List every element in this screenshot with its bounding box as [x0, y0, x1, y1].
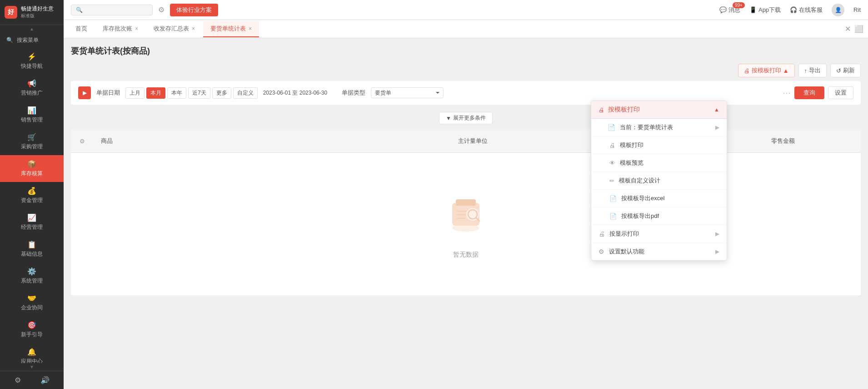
filter-more-dots[interactable]: ⋯ [783, 88, 791, 98]
sidebar-item-marketing[interactable]: 📢 营销推广 [0, 75, 64, 101]
print-dropdown-collapse-icon[interactable]: ▲ [714, 106, 719, 113]
sidebar-item-system[interactable]: ⚙️ 系统管理 [0, 263, 64, 289]
topbar-right: 💬 消息 99+ 📱 App下载 🎧 在线客服 👤 Rit [719, 4, 861, 16]
print-dropdown-header[interactable]: 🖨 按模板打印 ▲ [591, 101, 727, 119]
refresh-button[interactable]: ↺ 刷新 [830, 64, 861, 77]
online-service-label: 在线客服 [799, 6, 823, 14]
print-dropdown-template-print[interactable]: 🖨 模板打印 [591, 136, 727, 154]
template-print-button[interactable]: 🖨 按模板打印 ▲ [738, 64, 795, 77]
filter-toggle-button[interactable]: ▶ [78, 86, 91, 99]
date-btn-this-month[interactable]: 本月 [146, 87, 165, 99]
sidebar-item-finance[interactable]: 💰 资金管理 [0, 182, 64, 209]
type-filter-label: 单据类型 [342, 89, 365, 97]
current-template-label: 当前：要货单统计表 [620, 123, 673, 131]
print-dropdown-current-item[interactable]: 📄 当前：要货单统计表 ▶ [591, 119, 727, 136]
data-table: ⚙ 商品 主计量单位 主数量 零售金额 [71, 130, 861, 295]
print-dropdown-export-pdf[interactable]: 📄 按模板导出pdf [591, 207, 727, 225]
sidebar-item-guide[interactable]: 🎯 新手引导 [0, 316, 64, 343]
tab-inventory-batch[interactable]: 库存批次账 × [95, 21, 145, 37]
sidebar-item-label: 企业协同 [21, 304, 43, 312]
sidebar-item-quick-nav[interactable]: ⚡ 快捷导航 [0, 48, 64, 75]
table-settings-icon[interactable]: ⚙ [80, 138, 85, 145]
tab-inventory-batch-close[interactable]: × [135, 25, 138, 32]
messages-item[interactable]: 💬 消息 99+ [719, 6, 740, 14]
guide-icon: 🎯 [27, 321, 36, 329]
topbar-search-box[interactable]: 🔍 [71, 5, 153, 15]
print-dropdown-title: 按模板打印 [608, 106, 710, 114]
export-icon: ↑ [804, 67, 808, 74]
online-service-item[interactable]: 🎧 在线客服 [790, 6, 823, 14]
tab-close-all-icon[interactable]: ✕ [845, 25, 851, 33]
query-button[interactable]: 查询 [794, 86, 824, 99]
type-filter-select[interactable]: 要货单 [371, 87, 444, 98]
date-btn-more[interactable]: 更多 [212, 87, 231, 99]
sound-footer-icon[interactable]: 🔊 [40, 376, 50, 384]
app-download-label: App下载 [758, 6, 781, 14]
date-btn-custom[interactable]: 自定义 [233, 87, 258, 99]
print-dropdown-template-custom[interactable]: ✏ 模板自定义设计 [591, 172, 727, 190]
topbar-gear-icon[interactable]: ⚙ [158, 5, 165, 14]
tab-income-summary[interactable]: 收发存汇总表 × [146, 21, 202, 37]
sidebar-item-sales[interactable]: 📊 销售管理 [0, 101, 64, 128]
date-filter-buttons: 上月 本月 本年 近7天 更多 自定义 [125, 87, 258, 99]
export-pdf-label: 按模板导出pdf [621, 212, 659, 220]
date-btn-7days[interactable]: 近7天 [188, 87, 210, 99]
sidebar-item-label: 应用中心 [21, 358, 43, 363]
sidebar-scroll-up[interactable]: ▲ [0, 25, 64, 33]
date-btn-this-year[interactable]: 本年 [167, 87, 186, 99]
system-icon: ⚙️ [27, 267, 36, 276]
sidebar-item-basic[interactable]: 📋 基础信息 [0, 236, 64, 263]
sidebar-item-appstore[interactable]: 🔔 应用中心 [0, 343, 64, 363]
sidebar-item-label: 营销推广 [21, 89, 43, 97]
sidebar-item-collab[interactable]: 🤝 企业协同 [0, 289, 64, 316]
current-template-arrow-icon: ▶ [715, 124, 719, 131]
page-title: 要货单统计表(按商品) [71, 45, 861, 56]
tab-income-summary-close[interactable]: × [192, 25, 195, 32]
sidebar-search-label: 搜索菜单 [17, 36, 39, 44]
app-name-group: 畅捷通好生意 标准版 [21, 5, 54, 19]
date-btn-last-month[interactable]: 上月 [125, 87, 145, 99]
tab-order-stats[interactable]: 要货单统计表 × [203, 21, 259, 37]
table-col-unit: 主计量单位 [395, 133, 550, 149]
app-download-item[interactable]: 📱 App下载 [749, 6, 781, 14]
app-version: 标准版 [21, 13, 54, 19]
sidebar-item-inventory[interactable]: 📦 库存核算 [0, 155, 64, 182]
sidebar-item-business[interactable]: 📈 经营管理 [0, 209, 64, 236]
sidebar-scroll-down[interactable]: ▼ [0, 363, 64, 371]
tab-expand-icon[interactable]: ⬜ [854, 25, 863, 33]
print-dropdown-export-excel[interactable]: 📄 按模板导出excel [591, 190, 727, 207]
template-custom-icon: ✏ [609, 177, 614, 184]
user-avatar[interactable]: 👤 [832, 4, 844, 16]
print-dropdown-template-preview[interactable]: 👁 模板预览 [591, 154, 727, 172]
table-header-row: ⚙ 商品 主计量单位 主数量 零售金额 [71, 130, 861, 153]
print-dropdown-default-function[interactable]: ⚙ 设置默认功能 ▶ [591, 243, 727, 260]
messages-badge: 99+ [733, 2, 745, 8]
sidebar-item-label: 采购管理 [21, 143, 43, 151]
filter-setting-button[interactable]: 设置 [828, 86, 853, 99]
expand-more-button[interactable]: ▼ 展开更多条件 [439, 112, 493, 124]
topbar: 🔍 ⚙ 体验行业方案 💬 消息 99+ 📱 App下载 🎧 在线客服 👤 Rit [64, 0, 868, 20]
display-print-icon: 🖨 [599, 230, 605, 237]
sidebar-item-label: 基础信息 [21, 250, 43, 258]
trial-button[interactable]: 体验行业方案 [170, 4, 218, 16]
quick-nav-icon: ⚡ [27, 52, 36, 61]
tab-order-stats-close[interactable]: × [249, 25, 252, 32]
export-button[interactable]: ↑ 导出 [798, 64, 827, 77]
template-preview-label: 模板预览 [620, 159, 644, 167]
export-label: 导出 [809, 66, 821, 75]
page-content-area: 要货单统计表(按商品) 🖨 按模板打印 ▲ ↑ 导出 ↺ 刷新 ▶ 单据日期 [64, 38, 868, 389]
date-range-display: 2023-06-01 至 2023-06-30 [263, 89, 327, 97]
template-print-label: 按模板打印 [752, 66, 781, 75]
sidebar-item-purchase[interactable]: 🛒 采购管理 [0, 128, 64, 155]
appstore-icon: 🔔 [27, 348, 36, 356]
sidebar: 好 畅捷通好生意 标准版 ▲ 🔍 搜索菜单 ⚡ 快捷导航 📢 营销推广 📊 销售… [0, 0, 64, 389]
sidebar-item-search[interactable]: 🔍 搜索菜单 [0, 33, 64, 48]
settings-footer-icon[interactable]: ⚙ [15, 376, 21, 384]
print-dropdown-display-print[interactable]: 🖨 按显示打印 ▶ [591, 225, 727, 243]
expand-more-row: ▼ 展开更多条件 [71, 110, 861, 126]
tab-inventory-batch-label: 库存批次账 [103, 25, 132, 33]
tab-controls: ✕ ⬜ [845, 25, 863, 33]
tab-home[interactable]: 首页 [68, 21, 95, 37]
amount-col-label: 零售金额 [771, 137, 795, 144]
empty-state: 暂无数据 [71, 153, 861, 295]
